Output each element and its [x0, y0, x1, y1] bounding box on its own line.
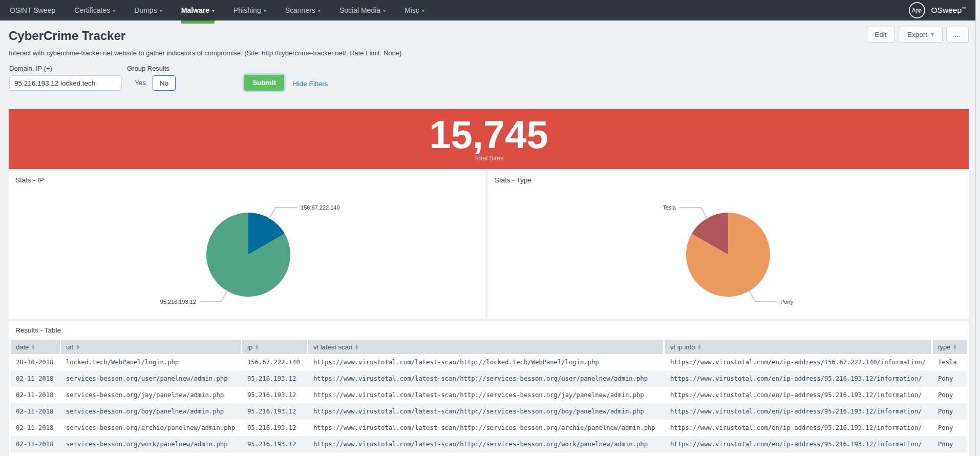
column-header-type[interactable]: type▲▼ [933, 340, 967, 354]
column-header-vt-latest-scan[interactable]: vt latest scan▲▼ [308, 340, 663, 354]
cell-url[interactable]: services-besson.org/user/panelnew/admin.… [61, 375, 241, 382]
cell-date[interactable]: 02-11-2018 [11, 375, 60, 382]
total-sites-banner: 15,745 Total Sites [9, 109, 969, 169]
chevron-down-icon: ▾ [422, 8, 424, 13]
column-header-label: ip [247, 343, 252, 351]
pie-label-line [749, 291, 777, 302]
cell-vt-latest-scan[interactable]: https://www.virustotal.com/latest-scan/h… [308, 424, 663, 431]
column-header-vt-ip-info[interactable]: vt ip info▲▼ [665, 340, 931, 354]
nav-item-label: Misc [404, 6, 419, 14]
nav-item-misc[interactable]: Misc▾ [404, 0, 424, 20]
cell-type[interactable]: Pony [933, 424, 967, 431]
nav-item-malware[interactable]: Malware▾ [181, 0, 215, 20]
pie-label: Tesla [663, 204, 676, 211]
cell-ip[interactable]: 95.216.193.12 [242, 391, 307, 399]
app-badge[interactable]: App [909, 2, 925, 18]
cell-type[interactable]: Tesla [933, 359, 967, 366]
cell-type[interactable]: Pony [933, 375, 967, 382]
stats-type-title: Stats - Type [495, 176, 531, 184]
cell-type[interactable]: Pony [933, 408, 967, 415]
cell-ip[interactable]: 95.216.193.12 [242, 424, 307, 431]
sort-icon: ▲▼ [76, 344, 79, 350]
total-sites-value: 15,745 [9, 115, 969, 154]
cell-vt-ip-info[interactable]: https://www.virustotal.com/en/ip-address… [665, 424, 931, 431]
nav-item-label: Scanners [285, 6, 315, 14]
domain-input[interactable] [9, 75, 122, 91]
cell-url[interactable]: locked.tech/WebPanel/login.php [61, 359, 241, 366]
pie-label-line [679, 208, 708, 219]
cell-vt-latest-scan[interactable]: https://www.virustotal.com/latest-scan/h… [308, 408, 663, 415]
domain-label: Domain, IP (+) [9, 65, 52, 72]
cell-vt-latest-scan[interactable]: https://www.virustotal.com/latest-scan/h… [308, 375, 663, 382]
cell-url[interactable]: services-besson.org/work/panelnew/admin.… [61, 441, 241, 448]
cell-ip[interactable]: 95.216.193.12 [242, 441, 307, 448]
stats-ip-title: Stats - IP [15, 176, 44, 184]
edit-button[interactable]: Edit [867, 27, 894, 43]
cell-vt-ip-info[interactable]: https://www.virustotal.com/en/ip-address… [665, 375, 931, 382]
nav-item-label: OSINT Sweep [10, 6, 55, 14]
nav-menu: OSINT SweepCertificates▾Dumps▾Malware▾Ph… [10, 0, 424, 20]
cell-vt-ip-info[interactable]: https://www.virustotal.com/en/ip-address… [665, 441, 931, 448]
nav-item-osint-sweep[interactable]: OSINT Sweep [10, 0, 55, 20]
cell-ip[interactable]: 95.216.193.12 [242, 375, 307, 382]
export-button[interactable]: Export▼ [899, 27, 943, 43]
column-header-label: url [66, 343, 73, 351]
scrollbar[interactable] [975, 0, 980, 456]
sort-icon: ▲▼ [355, 344, 358, 350]
table-row[interactable]: 28-10-2018locked.tech/WebPanel/login.php… [11, 354, 967, 370]
stats-type-pie-chart[interactable]: PonyTesla [488, 171, 969, 319]
group-yes-option[interactable]: Yes [135, 79, 146, 87]
cell-vt-latest-scan[interactable]: https://www.virustotal.com/latest-scan/h… [308, 441, 663, 448]
nav-item-label: Phishing [233, 6, 261, 14]
stats-type-panel: PonyTesla Stats - Type [488, 171, 969, 319]
cell-vt-ip-info[interactable]: https://www.virustotal.com/en/ip-address… [665, 408, 931, 415]
table-row[interactable]: 02-11-2018services-besson.org/work/panel… [11, 436, 967, 452]
more-button[interactable]: ... [946, 27, 969, 43]
nav-item-phishing[interactable]: Phishing▾ [233, 0, 266, 20]
page-subtitle: Interact with cybercrime-tracker.net web… [9, 49, 401, 57]
nav-item-scanners[interactable]: Scanners▾ [285, 0, 321, 20]
cell-date[interactable]: 02-11-2018 [11, 424, 60, 431]
group-no-option[interactable]: No [153, 75, 176, 91]
column-header-url[interactable]: url▲▼ [61, 340, 241, 354]
column-header-ip[interactable]: ip▲▼ [242, 340, 307, 354]
nav-item-label: Certificates [74, 6, 110, 14]
cell-date[interactable]: 02-11-2018 [11, 391, 60, 399]
hide-filters-link[interactable]: Hide Filters [293, 80, 328, 88]
chevron-down-icon: ▾ [318, 8, 321, 13]
submit-button[interactable]: Submit [244, 75, 284, 91]
cell-vt-latest-scan[interactable]: https://www.virustotal.com/latest-scan/h… [308, 391, 663, 399]
page-title: CyberCrime Tracker [9, 29, 125, 43]
cell-date[interactable]: 02-11-2018 [11, 441, 60, 448]
cell-ip[interactable]: 95.216.193.12 [242, 408, 307, 415]
pie-label: 156.67.222.140 [301, 204, 339, 211]
chevron-down-icon: ▾ [212, 8, 215, 13]
cell-url[interactable]: services-besson.org/jay/panelnew/admin.p… [61, 391, 241, 399]
cell-type[interactable]: Pony [933, 391, 967, 399]
cell-date[interactable]: 02-11-2018 [11, 408, 60, 415]
cell-vt-ip-info[interactable]: https://www.virustotal.com/en/ip-address… [665, 359, 931, 366]
column-header-label: vt ip info [670, 343, 695, 351]
nav-item-dumps[interactable]: Dumps▾ [134, 0, 162, 20]
brand-logo: OSweep™ [931, 6, 966, 15]
cell-date[interactable]: 28-10-2018 [11, 359, 60, 366]
nav-right: App OSweep™ [909, 0, 966, 20]
table-row[interactable]: 02-11-2018services-besson.org/jay/paneln… [11, 387, 967, 403]
table-row[interactable]: 02-11-2018services-besson.org/boy/paneln… [11, 403, 967, 420]
chevron-down-icon: ▾ [160, 8, 162, 13]
pie-label: 95.216.193.12 [160, 299, 196, 305]
cell-ip[interactable]: 156.67.222.140 [242, 359, 307, 366]
trademark: ™ [962, 6, 966, 11]
column-header-date[interactable]: date▲▼ [11, 340, 60, 354]
nav-item-certificates[interactable]: Certificates▾ [74, 0, 115, 20]
table-row[interactable]: 02-11-2018services-besson.org/archie/pan… [11, 420, 967, 436]
cell-type[interactable]: Pony [933, 441, 967, 448]
nav-item-social-media[interactable]: Social Media▾ [339, 0, 386, 20]
table-header-row: date▲▼url▲▼ip▲▼vt latest scan▲▼vt ip inf… [11, 340, 967, 354]
cell-url[interactable]: services-besson.org/archie/panelnew/admi… [61, 424, 241, 431]
stats-ip-pie-chart[interactable]: 156.67.222.14095.216.193.12 [9, 171, 485, 319]
cell-vt-ip-info[interactable]: https://www.virustotal.com/en/ip-address… [665, 391, 931, 399]
cell-vt-latest-scan[interactable]: https://www.virustotal.com/latest-scan/h… [308, 359, 663, 366]
table-row[interactable]: 02-11-2018services-besson.org/user/panel… [11, 370, 967, 387]
cell-url[interactable]: services-besson.org/boy/panelnew/admin.p… [61, 408, 241, 415]
